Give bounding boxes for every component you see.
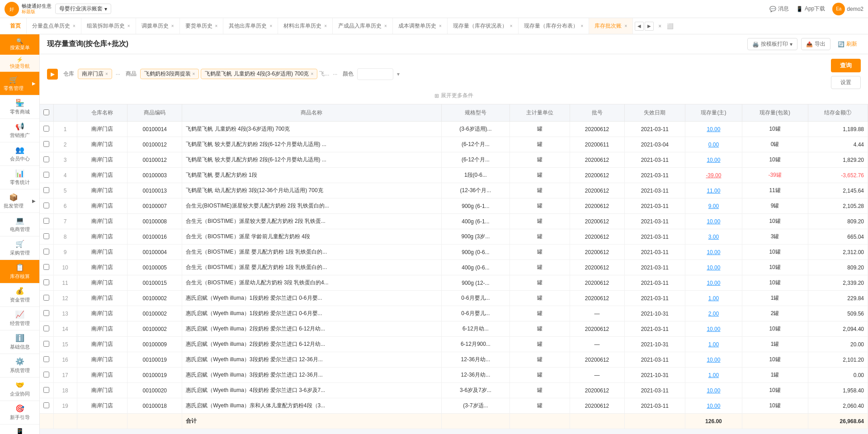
expand-more-btn[interactable]: ⊞ 展开更多条件	[434, 92, 473, 99]
tab-fenliang[interactable]: 分量盘点单历史 ×	[27, 18, 81, 34]
tab-xiancunliang-fenbupiao[interactable]: 现存量（库存分布表） ×	[519, 18, 590, 34]
sidebar-item-inventory[interactable]: 📋 库存核算	[0, 260, 39, 283]
sidebar-nav[interactable]: ⚡ 快捷导航	[0, 55, 39, 72]
tab-zuzhuang[interactable]: 组装拆卸单历史 ×	[81, 18, 136, 34]
close-icon[interactable]: ×	[171, 24, 174, 28]
row-checkbox[interactable]	[43, 279, 49, 285]
row-checkbox[interactable]	[43, 372, 49, 377]
row-checkbox[interactable]	[43, 402, 49, 408]
cell-stock-main[interactable]: -39.00	[685, 168, 742, 183]
cell-checkbox[interactable]	[40, 275, 53, 291]
sidebar-item-retail[interactable]: 🛒 零售管理 ▶	[0, 72, 39, 95]
row-checkbox[interactable]	[43, 156, 49, 162]
cell-stock-main[interactable]: 3.00	[685, 229, 742, 245]
user-area[interactable]: Ea demo2	[832, 3, 863, 15]
sidebar-item-finance[interactable]: 💰 资金管理	[0, 283, 39, 307]
refresh-btn[interactable]: 🔄 刷新	[834, 38, 861, 50]
close-icon[interactable]: ×	[510, 24, 513, 28]
row-checkbox[interactable]	[43, 326, 49, 331]
cell-checkbox[interactable]	[40, 183, 53, 198]
product-tag-2-close[interactable]: ×	[311, 71, 313, 76]
row-checkbox[interactable]	[43, 233, 49, 239]
cell-checkbox[interactable]	[40, 321, 53, 337]
cell-checkbox[interactable]	[40, 352, 53, 368]
filter-expand-btn[interactable]: ▶	[47, 69, 58, 80]
nav-close-all-btn[interactable]: ×	[656, 23, 664, 29]
cell-stock-main[interactable]: 10.00	[685, 275, 742, 291]
cell-checkbox[interactable]	[40, 137, 53, 152]
row-checkbox[interactable]	[43, 341, 49, 347]
row-checkbox[interactable]	[43, 356, 49, 362]
table-area[interactable]: 仓库名称 商品编码 商品名称 规格型号 主计量单位 批号 失效日期 现存量(主)…	[40, 104, 868, 434]
sidebar-item-app-center[interactable]: 📱 应用中心	[0, 425, 39, 434]
row-checkbox[interactable]	[43, 187, 49, 193]
warehouse-tag-close[interactable]: ×	[105, 71, 108, 76]
row-checkbox[interactable]	[43, 203, 49, 208]
close-icon[interactable]: ×	[384, 24, 387, 28]
close-icon[interactable]: ×	[215, 24, 218, 28]
close-icon[interactable]: ×	[269, 24, 272, 28]
messages-btn[interactable]: 💬 消息	[769, 5, 789, 13]
nav-next-arrow[interactable]: ▶	[645, 22, 654, 31]
close-icon[interactable]: ×	[127, 24, 130, 28]
row-checkbox[interactable]	[43, 141, 49, 147]
cell-checkbox[interactable]	[40, 229, 53, 245]
cell-checkbox[interactable]	[40, 291, 53, 306]
template-print-btn[interactable]: 🖨️ 按模板打印 ▾	[747, 38, 797, 50]
tab-cailiao-chuku[interactable]: 材料出库单历史 ×	[278, 18, 333, 34]
cell-stock-main[interactable]: 10.00	[685, 398, 742, 414]
tab-home[interactable]: 首页	[5, 18, 27, 34]
row-checkbox[interactable]	[43, 249, 49, 255]
tab-kucun-pici[interactable]: 库存批次账 ×	[589, 18, 633, 34]
tab-chengben[interactable]: 成本调整单历史 ×	[393, 18, 448, 34]
cell-checkbox[interactable]	[40, 260, 53, 275]
sidebar-item-system[interactable]: ⚙️ 系统管理	[0, 354, 39, 377]
close-icon[interactable]: ×	[581, 24, 584, 28]
cell-checkbox[interactable]	[40, 245, 53, 260]
sidebar-item-marketing[interactable]: 📢 营销推广	[0, 119, 39, 142]
nav-prev-arrow[interactable]: ◀	[635, 22, 644, 31]
tab-yaohuo[interactable]: 要货单历史 ×	[180, 18, 224, 34]
sidebar-item-basic-info[interactable]: ℹ️ 基础信息	[0, 330, 39, 354]
row-checkbox[interactable]	[43, 264, 49, 270]
org-select[interactable]: 母婴行业演示账套 ▾	[55, 4, 111, 14]
col-checkbox[interactable]	[40, 104, 53, 122]
row-checkbox[interactable]	[43, 126, 49, 132]
product-tag-1-close[interactable]: ×	[193, 71, 195, 76]
cell-checkbox[interactable]	[40, 198, 53, 214]
sidebar-item-retail-stats[interactable]: 📊 零售统计	[0, 166, 39, 189]
query-btn[interactable]: 查询	[831, 59, 861, 72]
cell-stock-main[interactable]: 1.00	[685, 368, 742, 383]
cell-stock-main[interactable]: 0.00	[685, 137, 742, 152]
app-download-btn[interactable]: 📱 App下载	[796, 5, 825, 13]
cell-checkbox[interactable]	[40, 337, 53, 352]
settings-btn[interactable]: 设置	[831, 76, 861, 89]
sidebar-item-collab[interactable]: 🤝 企业协同	[0, 377, 39, 401]
sidebar-item-wholesale[interactable]: 📦 批发管理 ▶	[0, 189, 39, 213]
sidebar-item-mall[interactable]: 🏪 零售商城	[0, 95, 39, 119]
cell-stock-main[interactable]: 10.00	[685, 214, 742, 229]
cell-checkbox[interactable]	[40, 122, 53, 137]
cell-stock-main[interactable]: 10.00	[685, 321, 742, 337]
cell-checkbox[interactable]	[40, 398, 53, 414]
sidebar-item-guide[interactable]: 🎯 新手引导	[0, 401, 39, 425]
cell-stock-main[interactable]: 10.00	[685, 383, 742, 398]
select-all-checkbox[interactable]	[43, 109, 49, 115]
cell-checkbox[interactable]	[40, 168, 53, 183]
tab-xianccunliang-zhuangkuang[interactable]: 现存量（库存状况表） ×	[448, 18, 519, 34]
row-checkbox[interactable]	[43, 310, 49, 316]
sidebar-item-operations[interactable]: 📈 经营管理	[0, 307, 39, 330]
cell-checkbox[interactable]	[40, 306, 53, 321]
cell-stock-main[interactable]: 1.00	[685, 337, 742, 352]
row-checkbox[interactable]	[43, 218, 49, 224]
cell-stock-main[interactable]: 10.00	[685, 352, 742, 368]
row-checkbox[interactable]	[43, 172, 49, 178]
cell-checkbox[interactable]	[40, 383, 53, 398]
cell-checkbox[interactable]	[40, 368, 53, 383]
export-btn[interactable]: 📤 导出	[801, 38, 830, 50]
sidebar-search[interactable]: 🔍 搜索菜单	[0, 34, 39, 55]
close-icon[interactable]: ×	[624, 24, 627, 28]
close-icon[interactable]: ×	[324, 24, 327, 28]
cell-checkbox[interactable]	[40, 214, 53, 229]
close-icon[interactable]: ×	[439, 24, 442, 28]
